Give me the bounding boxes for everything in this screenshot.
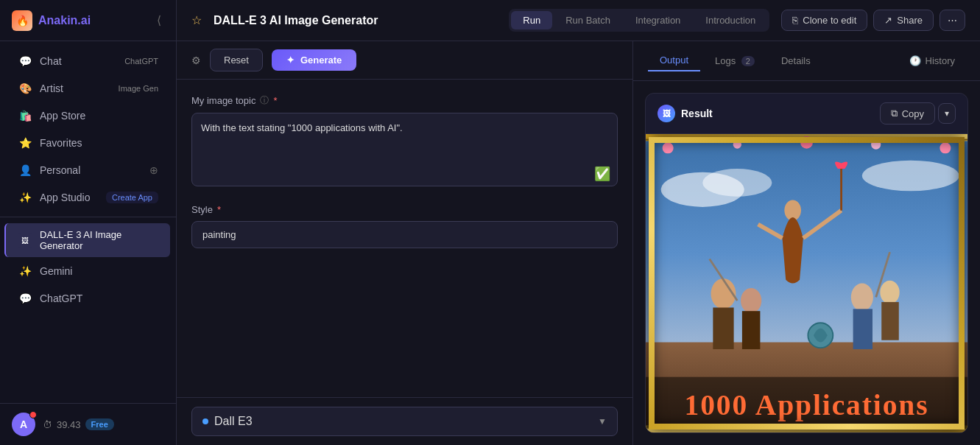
settings-icon: ⚙ xyxy=(191,55,201,66)
sidebar-item-dalle3[interactable]: 🖼 DALL-E 3 AI Image Generator xyxy=(4,223,170,257)
sidebar-item-favorites[interactable]: ⭐ Favorites xyxy=(6,130,170,156)
clone-to-edit-button[interactable]: ⎘ Clone to edit xyxy=(781,10,867,31)
history-icon: 🕐 xyxy=(909,55,921,66)
chatgpt-label: ChatGPT xyxy=(40,292,82,304)
chatgpt-icon: 💬 xyxy=(18,291,32,306)
logo-icon: 🔥 xyxy=(12,10,32,31)
personal-expand-icon: ⊕ xyxy=(149,164,158,176)
chat-icon: 💬 xyxy=(18,54,32,69)
sidebar-item-personal[interactable]: 👤 Personal ⊕ xyxy=(6,157,170,183)
sidebar-item-chat[interactable]: 💬 Chat ChatGPT xyxy=(6,48,170,74)
topbar: ☆ DALL-E 3 AI Image Generator Run Run Ba… xyxy=(177,0,980,41)
topic-textarea[interactable]: With the text stating "1000 applications… xyxy=(191,113,618,186)
sidebar-nav: 💬 Chat ChatGPT 🎨 Artist Image Gen 🛍️ App… xyxy=(0,41,176,403)
model-status-dot xyxy=(202,418,208,424)
content-area: ⚙ Reset ✦ Generate My image topic ⓘ * Wi… xyxy=(177,41,980,445)
right-panel: Output Logs 2 Details 🕐 History xyxy=(633,41,980,445)
gemini-label: Gemini xyxy=(40,265,72,277)
dalle3-label: DALL-E 3 AI Image Generator xyxy=(40,229,158,251)
share-icon: ↗ xyxy=(884,15,892,26)
dalle3-icon: 🖼 xyxy=(18,233,32,248)
create-app-badge[interactable]: Create App xyxy=(106,192,158,203)
sidebar-item-app-store[interactable]: 🛍️ App Store xyxy=(6,102,170,129)
left-panel: ⚙ Reset ✦ Generate My image topic ⓘ * Wi… xyxy=(177,41,633,445)
sidebar-item-chatgpt[interactable]: 💬 ChatGPT xyxy=(6,285,170,312)
history-button[interactable]: 🕐 History xyxy=(899,51,965,71)
topic-info-icon[interactable]: ⓘ xyxy=(260,94,269,107)
logs-badge: 2 xyxy=(741,56,755,66)
artist-badge: Image Gen xyxy=(119,84,158,93)
topic-field-label: My image topic ⓘ * xyxy=(191,94,618,107)
user-avatar[interactable]: A xyxy=(12,413,35,436)
gemini-icon: ✨ xyxy=(18,264,32,278)
model-chevron-icon: ▼ xyxy=(598,416,607,427)
tab-logs[interactable]: Logs 2 xyxy=(703,51,766,71)
app-title: DALL-E 3 AI Image Generator xyxy=(214,14,497,27)
sidebar-item-artist[interactable]: 🎨 Artist Image Gen xyxy=(6,75,170,102)
app-studio-icon: ✨ xyxy=(18,190,32,205)
app-store-icon: 🛍️ xyxy=(18,108,32,123)
topbar-actions: ⎘ Clone to edit ↗ Share ⋯ xyxy=(781,10,965,31)
sidebar-item-gemini[interactable]: ✨ Gemini xyxy=(6,258,170,284)
result-image-area: 1000 Applications xyxy=(646,134,967,432)
notification-badge xyxy=(29,411,37,418)
topic-required-marker: * xyxy=(273,95,277,106)
style-input[interactable] xyxy=(191,221,618,248)
left-panel-header: ⚙ Reset ✦ Generate xyxy=(177,41,632,80)
artist-label: Artist xyxy=(40,83,63,94)
chat-badge: ChatGPT xyxy=(124,57,158,66)
artist-icon: 🎨 xyxy=(18,81,32,96)
sidebar: 🔥 Anakin.ai ⟨ 💬 Chat ChatGPT 🎨 Artist Im… xyxy=(0,0,177,445)
image-frame xyxy=(649,137,965,430)
result-area: 🖼 Result ⧉ Copy ▾ xyxy=(633,81,980,445)
left-panel-footer: Dall E3 ▼ xyxy=(177,397,632,445)
sidebar-header: 🔥 Anakin.ai ⟨ xyxy=(0,0,176,41)
generate-spark-icon: ✦ xyxy=(286,55,295,66)
personal-icon: 👤 xyxy=(18,163,32,178)
generated-image: 1000 Applications xyxy=(646,134,967,432)
more-options-button[interactable]: ⋯ xyxy=(940,10,965,31)
share-button[interactable]: ↗ Share xyxy=(873,10,934,31)
collapse-sidebar-button[interactable]: ⟨ xyxy=(154,10,164,30)
result-card-header: 🖼 Result ⧉ Copy ▾ xyxy=(646,94,967,134)
style-required-marker: * xyxy=(217,204,221,215)
copy-button[interactable]: ⧉ Copy xyxy=(880,102,935,125)
generate-button[interactable]: ✦ Generate xyxy=(272,49,356,71)
reset-button[interactable]: Reset xyxy=(210,49,263,71)
tab-introduction[interactable]: Introduction xyxy=(694,11,767,29)
main-content: ☆ DALL-E 3 AI Image Generator Run Run Ba… xyxy=(177,0,980,445)
credits-display: ⏱ 39.43 Free xyxy=(43,418,114,430)
clone-icon: ⎘ xyxy=(792,15,798,26)
plan-badge: Free xyxy=(85,418,114,430)
copy-expand-group: ⧉ Copy ▾ xyxy=(880,102,956,125)
tab-output[interactable]: Output xyxy=(648,50,700,71)
result-avatar: 🖼 xyxy=(658,105,675,122)
sidebar-footer: A ⏱ 39.43 Free xyxy=(0,403,176,445)
topic-input-wrapper: With the text stating "1000 applications… xyxy=(191,113,618,189)
result-card: 🖼 Result ⧉ Copy ▾ xyxy=(645,93,968,433)
sidebar-item-app-studio[interactable]: ✨ App Studio Create App xyxy=(6,184,170,211)
expand-chevron-button[interactable]: ▾ xyxy=(938,103,956,124)
personal-label: Personal xyxy=(40,164,80,176)
app-studio-label: App Studio xyxy=(40,192,91,203)
credits-value: 39.43 xyxy=(57,419,81,430)
tab-run[interactable]: Run xyxy=(511,11,552,29)
app-store-label: App Store xyxy=(40,110,85,122)
right-panel-header: Output Logs 2 Details 🕐 History xyxy=(633,41,980,81)
model-selector[interactable]: Dall E3 ▼ xyxy=(191,407,618,436)
result-title: 🖼 Result xyxy=(658,105,713,122)
check-icon: ✅ xyxy=(594,166,610,182)
model-name: Dall E3 xyxy=(214,415,253,428)
copy-icon: ⧉ xyxy=(891,108,898,119)
tab-run-batch[interactable]: Run Batch xyxy=(554,11,622,29)
left-panel-body: My image topic ⓘ * With the text stating… xyxy=(177,80,632,397)
topbar-tabs: Run Run Batch Integration Introduction xyxy=(509,9,769,32)
favorites-icon: ⭐ xyxy=(18,136,32,150)
tab-integration[interactable]: Integration xyxy=(624,11,692,29)
favorites-label: Favorites xyxy=(40,137,82,149)
style-field-label: Style * xyxy=(191,204,618,215)
logo-text: Anakin.ai xyxy=(38,14,91,27)
star-icon: ☆ xyxy=(191,13,202,27)
credits-icon: ⏱ xyxy=(43,419,52,430)
tab-details[interactable]: Details xyxy=(769,51,822,71)
